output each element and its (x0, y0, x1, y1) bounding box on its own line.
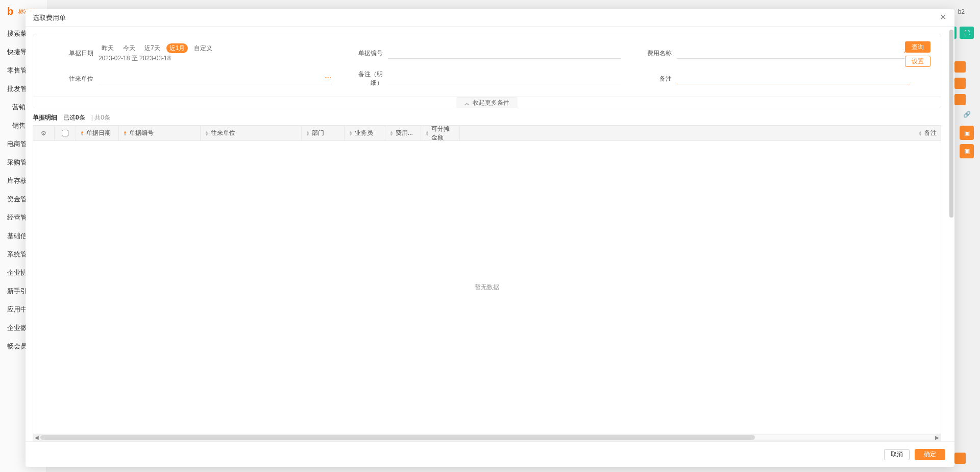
filter-party: 往来单位 ··· (58, 70, 332, 87)
filter-label: 单据日期 (58, 49, 93, 58)
close-icon[interactable]: ✕ (938, 13, 947, 22)
scroll-thumb[interactable] (40, 435, 755, 440)
modal-overlay: 选取费用单 ✕ 单据日期 昨天 今天 近7天 (0, 0, 980, 472)
fee-name-input[interactable] (677, 48, 910, 59)
date-quick-picker: 昨天 今天 近7天 近1月 自定义 (99, 43, 332, 53)
col-alloc[interactable]: ▲▼ 可分摊金额 (421, 126, 460, 140)
col-bill-date[interactable]: ▲▼ 单据日期 (76, 126, 119, 140)
select-all-checkbox[interactable] (55, 126, 76, 140)
table-header: ⚙ ▲▼ 单据日期 ▲▼ 单据编号 (33, 126, 941, 141)
col-dept[interactable]: ▲▼ 部门 (302, 126, 345, 140)
total-count: | 共0条 (91, 113, 110, 122)
sort-icon: ▲▼ (123, 131, 127, 136)
filter-label: 备注（明细） (347, 70, 383, 87)
filter-remark: 备注 (636, 70, 910, 87)
filter-label: 备注 (636, 75, 672, 83)
sort-icon: ▲▼ (205, 131, 209, 136)
modal-body-inner: 单据日期 昨天 今天 近7天 近1月 自定义 2023-02-18 至 2023… (26, 27, 954, 441)
settings-button[interactable]: 设置 (905, 56, 930, 67)
filter-panel: 单据日期 昨天 今天 近7天 近1月 自定义 2023-02-18 至 2023… (33, 34, 941, 108)
search-button[interactable]: 查询 (905, 41, 930, 53)
filter-fee-name: 费用名称 ··· (636, 43, 910, 63)
filter-label: 费用名称 (636, 49, 672, 58)
remark-detail-input[interactable] (388, 73, 621, 84)
col-fee[interactable]: ▲▼ 费用... (385, 126, 421, 140)
filter-actions: 查询 设置 (905, 41, 930, 67)
chevron-up-icon: ︽ (464, 100, 470, 107)
table: ⚙ ▲▼ 单据日期 ▲▼ 单据编号 (33, 125, 941, 441)
column-settings-button[interactable]: ⚙ (33, 126, 55, 140)
collapse-button[interactable]: ︽ 收起更多条件 (456, 97, 518, 108)
filter-label: 单据编号 (347, 49, 383, 58)
sort-icon: ▲▼ (80, 131, 84, 136)
list-title: 单据明细 (33, 113, 57, 122)
modal-body: 单据日期 昨天 今天 近7天 近1月 自定义 2023-02-18 至 2023… (26, 27, 954, 441)
sort-icon: ▲▼ (349, 131, 353, 136)
selected-count: 已选0条 (63, 113, 85, 122)
horizontal-scrollbar[interactable]: ◀ ▶ (33, 434, 941, 441)
sort-icon: ▲▼ (425, 131, 429, 136)
remark-input[interactable] (677, 73, 910, 84)
filter-bill-date: 单据日期 昨天 今天 近7天 近1月 自定义 2023-02-18 至 2023… (58, 43, 332, 63)
col-remark[interactable]: ▲▼ 备注 (460, 126, 941, 140)
date-quick-last7[interactable]: 近7天 (141, 43, 163, 53)
empty-text: 暂无数据 (475, 283, 499, 292)
scroll-right-icon[interactable]: ▶ (934, 434, 941, 441)
scroll-left-icon[interactable]: ◀ (33, 434, 40, 441)
scroll-thumb[interactable] (949, 30, 953, 218)
col-bill-code[interactable]: ▲▼ 单据编号 (119, 126, 201, 140)
bill-code-input[interactable] (388, 48, 621, 59)
sort-icon: ▲▼ (306, 131, 310, 136)
vertical-scrollbar[interactable] (949, 30, 953, 438)
scroll-track[interactable] (40, 435, 934, 440)
table-body-empty: 暂无数据 (33, 141, 941, 434)
collapse-label: 收起更多条件 (473, 99, 509, 107)
filter-label: 往来单位 (58, 75, 93, 83)
date-quick-today[interactable]: 今天 (120, 43, 138, 53)
filter-remark-detail: 备注（明细） (347, 70, 621, 87)
col-party[interactable]: ▲▼ 往来单位 (201, 126, 302, 140)
date-quick-yesterday[interactable]: 昨天 (99, 43, 117, 53)
date-range-display[interactable]: 2023-02-18 至 2023-03-18 (99, 54, 332, 63)
filter-bill-code: 单据编号 (347, 43, 621, 63)
date-quick-custom[interactable]: 自定义 (191, 43, 215, 53)
sort-icon: ▲▼ (389, 131, 394, 136)
more-icon[interactable]: ··· (325, 74, 332, 81)
ok-button[interactable]: 确定 (915, 449, 945, 460)
modal-title: 选取费用单 (33, 13, 66, 22)
cancel-button[interactable]: 取消 (884, 449, 910, 460)
checkbox[interactable] (62, 130, 68, 136)
col-staff[interactable]: ▲▼ 业务员 (345, 126, 385, 140)
gear-icon: ⚙ (41, 130, 46, 137)
list-summary: 单据明细 已选0条 | 共0条 (26, 108, 948, 125)
party-input[interactable] (99, 73, 332, 84)
select-expense-modal: 选取费用单 ✕ 单据日期 昨天 今天 近7天 (26, 9, 954, 467)
modal-footer: 取消 确定 (26, 441, 954, 467)
date-quick-last1m[interactable]: 近1月 (166, 43, 188, 53)
collapse-row: ︽ 收起更多条件 (33, 97, 941, 108)
modal-header: 选取费用单 ✕ (26, 9, 954, 27)
sort-icon: ▲▼ (918, 131, 922, 136)
